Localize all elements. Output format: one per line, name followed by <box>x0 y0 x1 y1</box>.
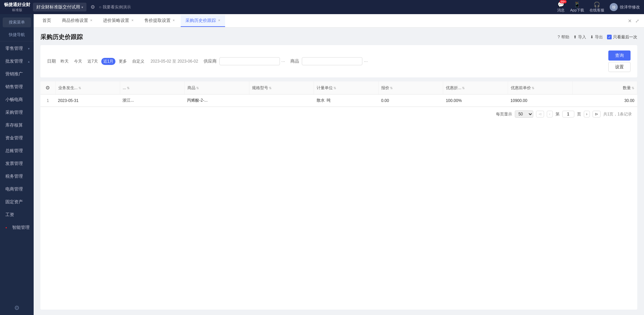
page-prev-btn[interactable]: ‹ <box>547 111 553 117</box>
tab-purchase-history[interactable]: 采购历史价跟踪 × <box>181 15 225 27</box>
tab-close-window-btn[interactable]: ✕ <box>627 18 633 24</box>
per-page-select[interactable]: 50 100 200 <box>515 110 533 118</box>
sidebar-item-retail[interactable]: 零售管理 ▾ <box>0 42 34 55</box>
tab-maximize-btn[interactable]: ⤢ <box>635 18 640 24</box>
th-col2[interactable]: ...⇅ <box>120 81 184 95</box>
tab-product-price[interactable]: 商品价格设置 × <box>57 15 97 27</box>
sidebar-item-ecommerce[interactable]: 电商管理 <box>0 183 34 196</box>
product-dots-icon[interactable]: ··· <box>364 59 368 64</box>
export-icon: ⬇ <box>590 35 594 39</box>
only-last-checkbox-label[interactable]: ✓ 只看最后一次 <box>607 34 637 40</box>
messages-action[interactable]: 💬 99+ 消息 <box>557 1 565 13</box>
date-opt-more[interactable]: 更多 <box>117 58 129 65</box>
sidebar-item-marketing[interactable]: 营销推广 <box>0 68 34 80</box>
sidebar-bottom: ⚙ <box>0 301 34 315</box>
tab-product-price-close[interactable]: × <box>90 19 92 22</box>
sidebar-item-ecommerce-small[interactable]: 小畅电商 <box>0 93 34 106</box>
help-link[interactable]: ? 帮助 <box>558 34 569 40</box>
tab-purchase-history-close[interactable]: × <box>218 19 220 22</box>
product-input[interactable] <box>302 57 362 65</box>
sidebar-item-finance[interactable]: 资金管理 <box>0 132 34 144</box>
supplier-filter-group: 供应商 ··· <box>204 57 285 65</box>
sidebar-item-label-fixed-assets: 固定资产 <box>5 199 23 205</box>
sidebar-gear-icon[interactable]: ⚙ <box>14 304 20 312</box>
cell-unit: 散水 吨 <box>314 95 379 107</box>
supplier-dots-icon[interactable]: ··· <box>281 59 285 64</box>
sidebar-quick-nav[interactable]: 快捷导航 <box>0 29 34 40</box>
page-actions: ? 帮助 ⬆ 导入 ⬇ 导出 ✓ 只看最后一 <box>558 34 637 40</box>
app-download-action[interactable]: 📱 App下载 <box>570 1 584 13</box>
tab-purchase-strategy-close[interactable]: × <box>131 19 133 22</box>
date-opt-1month[interactable]: 近1月 <box>101 58 116 65</box>
settings-button[interactable]: 设置 <box>608 62 631 72</box>
page-number-input[interactable] <box>562 111 574 117</box>
sidebar-item-label-ledger: 总账管理 <box>5 148 23 154</box>
tab-selling-price-close[interactable]: × <box>173 19 175 22</box>
th-gear[interactable]: ⚙ <box>40 81 55 95</box>
headset-icon: 🎧 <box>594 1 600 8</box>
sort-icon-price: ⇅ <box>390 86 393 90</box>
tab-purchase-strategy[interactable]: 进价策略设置 × <box>98 15 138 27</box>
data-table: ⚙ 业务发生...⇅ ...⇅ 商品⇅ 规格型号⇅ <box>40 81 637 107</box>
date-opt-today[interactable]: 今天 <box>72 58 84 65</box>
sort-icon-spec: ⇅ <box>269 86 272 90</box>
sidebar-item-wholesale[interactable]: 批发管理 ▴ <box>0 55 34 68</box>
sort-icon-date: ⇅ <box>78 86 81 90</box>
supplier-filter-label: 供应商 <box>204 58 217 64</box>
content-area: 首页 商品价格设置 × 进价策略设置 × 售价提取设置 × 采购历史价跟踪 × … <box>34 14 644 315</box>
only-last-checkbox[interactable]: ✓ <box>607 35 612 39</box>
online-service-action[interactable]: 🎧 在线客服 <box>589 1 604 13</box>
sidebar-item-fixed-assets[interactable]: 固定资产 <box>0 196 34 208</box>
sidebar-item-label-sales: 销售管理 <box>5 84 23 90</box>
th-unit[interactable]: 计量单位⇅ <box>314 81 379 95</box>
sidebar-item-label-retail: 零售管理 <box>5 45 23 51</box>
query-button[interactable]: 查询 <box>608 50 631 61</box>
th-product[interactable]: 商品⇅ <box>184 81 249 95</box>
page-first-btn[interactable]: ⊲ <box>536 111 544 117</box>
pagination-bar: 每页显示 50 100 200 ⊲ ‹ 第 页 › ⊳ 共1页，1条记录 <box>40 107 637 121</box>
sidebar-item-label-invoice: 发票管理 <box>5 161 23 167</box>
topbar: 畅捷通好业财 标准版 好业财标准版交付试用 ▾ ⚙ ○ 我要看实例演示 💬 99… <box>0 0 644 14</box>
sidebar-item-ledger[interactable]: 总账管理 <box>0 144 34 157</box>
product-settings-icon[interactable]: ⚙ <box>89 3 96 11</box>
sidebar-item-purchase[interactable]: 采购管理 <box>0 106 34 119</box>
sidebar-item-label-ecommerce-small: 小畅电商 <box>5 97 23 103</box>
sidebar-item-salary[interactable]: 工资 <box>0 208 34 221</box>
sidebar-item-invoice[interactable]: 发票管理 <box>0 157 34 170</box>
sidebar-item-sales[interactable]: 销售管理 <box>0 80 34 93</box>
search-menu-button[interactable]: 搜索菜单 <box>3 18 31 27</box>
sidebar-item-label-ecommerce: 电商管理 <box>5 186 23 192</box>
page-last-btn[interactable]: ⊳ <box>593 111 601 117</box>
th-quantity[interactable]: 数量⇅ <box>572 81 637 95</box>
product-filter-group: 商品 ··· <box>290 57 368 65</box>
sidebar-item-smart[interactable]: 智能管理 <box>0 221 34 234</box>
demo-link[interactable]: ○ 我要看实例演示 <box>99 4 131 10</box>
product-filter-label: 商品 <box>290 58 299 64</box>
date-opt-7days[interactable]: 近7天 <box>85 58 100 65</box>
sidebar-item-tax[interactable]: 税务管理 <box>0 170 34 183</box>
tab-selling-price[interactable]: 售价提取设置 × <box>140 15 179 27</box>
th-pre-discount-price[interactable]: 优惠前单价⇅ <box>508 81 572 95</box>
th-spec[interactable]: 规格型号⇅ <box>249 81 314 95</box>
import-label: 导入 <box>578 34 586 40</box>
tab-selling-price-label: 售价提取设置 <box>144 18 171 24</box>
export-link[interactable]: ⬇ 导出 <box>590 34 603 40</box>
page-next-btn[interactable]: › <box>584 111 590 117</box>
cell-price: 0.00 <box>379 95 443 107</box>
user-area[interactable]: 徐 徐泽华修改 <box>610 3 640 11</box>
online-service-label: 在线客服 <box>589 8 604 13</box>
th-date[interactable]: 业务发生...⇅ <box>55 81 120 95</box>
supplier-input[interactable] <box>219 57 280 65</box>
date-opt-yesterday[interactable]: 昨天 <box>59 58 71 65</box>
date-opt-custom[interactable]: 自定义 <box>130 58 146 65</box>
sort-icon-discount: ⇅ <box>462 86 465 90</box>
sidebar-item-label-inventory: 库存核算 <box>5 122 23 128</box>
import-link[interactable]: ⬆ 导入 <box>573 34 586 40</box>
th-discount[interactable]: 优惠折...⇅ <box>443 81 508 95</box>
product-selector[interactable]: 好业财标准版交付试用 ▾ <box>33 3 86 11</box>
tab-home[interactable]: 首页 <box>38 15 56 27</box>
th-price[interactable]: 报价⇅ <box>379 81 443 95</box>
page-total: 共1页，1条记录 <box>603 111 632 117</box>
main-layout: 搜索菜单 快捷导航 零售管理 ▾ 批发管理 ▴ 营销推广 销售管理 小畅电商 采… <box>0 14 644 315</box>
sidebar-item-inventory[interactable]: 库存核算 <box>0 119 34 132</box>
